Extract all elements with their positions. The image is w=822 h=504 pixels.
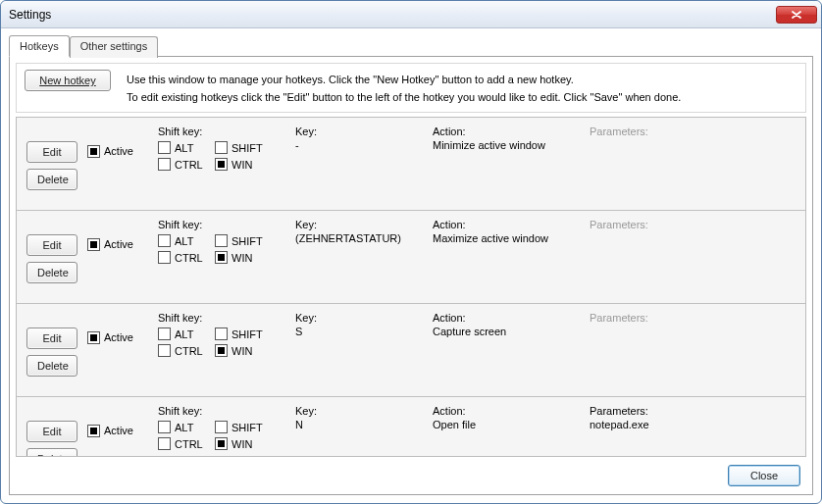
- action-header: Action:: [433, 219, 590, 230]
- delete-button[interactable]: Delete: [26, 169, 77, 190]
- intro-line2: To edit existing hotkeys click the "Edit…: [127, 89, 681, 107]
- shift-checkbox[interactable]: [215, 141, 228, 154]
- ctrl-checkbox[interactable]: [158, 344, 171, 357]
- edit-button[interactable]: Edit: [26, 234, 77, 256]
- alt-checkbox[interactable]: [158, 234, 171, 247]
- active-label: Active: [104, 425, 133, 436]
- action-header: Action:: [433, 126, 590, 137]
- alt-checkbox[interactable]: [158, 421, 171, 433]
- ctrl-checkbox[interactable]: [158, 437, 171, 450]
- edit-button[interactable]: Edit: [26, 421, 77, 442]
- key-header: Key:: [295, 405, 433, 417]
- shift-key-header: Shift key:: [158, 405, 295, 417]
- alt-label: ALT: [175, 235, 193, 247]
- key-header: Key:: [295, 126, 433, 137]
- active-checkbox[interactable]: [87, 425, 100, 437]
- key-value: -: [295, 139, 433, 151]
- intro-text: Use this window to manage your hotkeys. …: [127, 70, 681, 106]
- parameters-header: Parameters:: [590, 219, 796, 230]
- shift-checkbox[interactable]: [215, 421, 228, 433]
- hotkey-row: EditDeleteActiveShift key:ALTSHIFTCTRLWI…: [17, 304, 805, 397]
- shift-key-header: Shift key:: [158, 219, 295, 230]
- key-header: Key:: [295, 219, 433, 230]
- alt-label: ALT: [175, 328, 193, 340]
- parameters-header: Parameters:: [590, 126, 796, 137]
- key-value: N: [295, 419, 433, 430]
- window-close-button[interactable]: [776, 6, 817, 24]
- hotkey-row: EditDeleteActiveShift key:ALTSHIFTCTRLWI…: [17, 118, 805, 211]
- hotkey-list-scroll[interactable]: EditDeleteActiveShift key:ALTSHIFTCTRLWI…: [17, 118, 805, 456]
- action-header: Action:: [433, 405, 590, 417]
- panel-footer: Close: [16, 457, 806, 488]
- intro-bar: New hotkey Use this window to manage you…: [16, 63, 806, 113]
- active-checkbox[interactable]: [87, 331, 100, 344]
- win-checkbox[interactable]: [215, 344, 228, 357]
- shift-key-header: Shift key:: [158, 126, 295, 137]
- hotkey-row: EditDeleteActiveShift key:ALTSHIFTCTRLWI…: [17, 211, 805, 304]
- intro-line1: Use this window to manage your hotkeys. …: [127, 72, 681, 89]
- active-label: Active: [104, 145, 133, 157]
- hotkey-row: EditDeleteActiveShift key:ALTSHIFTCTRLWI…: [17, 397, 805, 456]
- win-label: WIN: [231, 345, 252, 357]
- shift-label: SHIFT: [231, 422, 263, 433]
- action-header: Action:: [433, 312, 590, 324]
- shift-checkbox[interactable]: [215, 234, 228, 247]
- alt-checkbox[interactable]: [158, 328, 171, 340]
- shift-label: SHIFT: [231, 235, 263, 247]
- active-checkbox[interactable]: [87, 145, 100, 158]
- action-value: Capture screen: [433, 326, 590, 337]
- alt-checkbox[interactable]: [158, 141, 171, 154]
- shift-key-header: Shift key:: [158, 312, 295, 324]
- action-value: Open file: [433, 419, 590, 430]
- window-title: Settings: [9, 8, 776, 22]
- active-checkbox[interactable]: [87, 238, 100, 251]
- win-label: WIN: [231, 438, 252, 450]
- alt-label: ALT: [175, 142, 193, 154]
- key-value: (ZEHNERTASTATUR): [295, 232, 433, 244]
- new-hotkey-button[interactable]: New hotkey: [25, 70, 111, 91]
- delete-button[interactable]: Delete: [26, 355, 77, 377]
- tab-other-settings[interactable]: Other settings: [70, 36, 158, 58]
- tab-hotkeys[interactable]: Hotkeys: [9, 35, 70, 57]
- shift-checkbox[interactable]: [215, 328, 228, 340]
- win-label: WIN: [231, 252, 252, 264]
- shift-label: SHIFT: [231, 142, 263, 154]
- key-value: S: [295, 326, 433, 337]
- alt-label: ALT: [175, 422, 193, 433]
- ctrl-label: CTRL: [175, 438, 203, 450]
- delete-button[interactable]: Delete: [26, 262, 77, 283]
- parameters-header: Parameters:: [590, 312, 796, 324]
- ctrl-checkbox[interactable]: [158, 251, 171, 264]
- win-checkbox[interactable]: [215, 437, 228, 450]
- action-value: Minimize active window: [433, 139, 590, 151]
- win-checkbox[interactable]: [215, 158, 228, 171]
- ctrl-label: CTRL: [175, 159, 203, 171]
- active-label: Active: [104, 331, 133, 343]
- close-icon: [792, 11, 801, 19]
- close-button[interactable]: Close: [728, 465, 800, 486]
- edit-button[interactable]: Edit: [26, 141, 77, 163]
- win-label: WIN: [231, 159, 252, 171]
- tab-panel: New hotkey Use this window to manage you…: [9, 56, 813, 495]
- edit-button[interactable]: Edit: [26, 328, 77, 349]
- tab-bar: Hotkeys Other settings: [9, 34, 813, 56]
- key-header: Key:: [295, 312, 433, 324]
- ctrl-checkbox[interactable]: [158, 158, 171, 171]
- win-checkbox[interactable]: [215, 251, 228, 264]
- titlebar: Settings: [1, 1, 821, 28]
- action-value: Maximize active window: [433, 232, 590, 244]
- parameters-header: Parameters:: [590, 405, 796, 417]
- hotkey-list: EditDeleteActiveShift key:ALTSHIFTCTRLWI…: [16, 117, 806, 457]
- ctrl-label: CTRL: [175, 345, 203, 357]
- shift-label: SHIFT: [231, 328, 263, 340]
- delete-button[interactable]: Delete: [26, 448, 77, 456]
- active-label: Active: [104, 238, 133, 250]
- parameters-value: notepad.exe: [590, 419, 796, 430]
- ctrl-label: CTRL: [175, 252, 203, 264]
